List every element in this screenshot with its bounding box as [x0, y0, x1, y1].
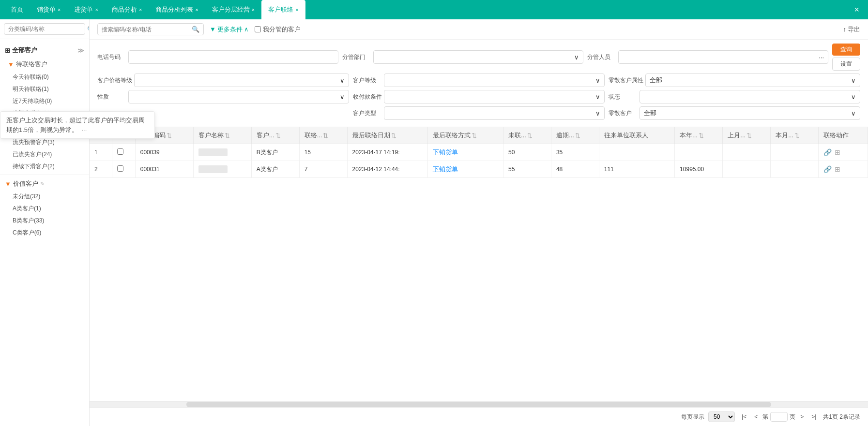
row2-overdue: 48 [551, 161, 599, 178]
gender-select[interactable]: ∨ [128, 90, 349, 103]
sidebar-lost-customers[interactable]: 已流失客户(24) [0, 148, 89, 161]
edit-icon[interactable]: ✎ [40, 181, 45, 187]
dropdown-icon: ∨ [574, 54, 579, 61]
next-page-btn[interactable]: > [797, 412, 807, 421]
sort-date-icon[interactable]: ⇅ [391, 132, 396, 139]
row2-code: 000031 [135, 161, 193, 178]
filter-search-input[interactable] [102, 26, 192, 33]
first-page-btn[interactable]: |< [739, 412, 749, 421]
dept-select[interactable]: ∨ [373, 50, 583, 64]
more-conditions-btn[interactable]: ▼ 更多条件 ∧ [210, 25, 249, 34]
last-page-btn[interactable]: >| [808, 412, 819, 421]
row2-grid-icon[interactable]: ⊞ [835, 165, 840, 173]
customer-level-select[interactable]: ∨ [384, 73, 605, 87]
sort-contact-icon[interactable]: ⇅ [323, 132, 328, 139]
table-area: ⚙ 客户编码 ⇅ 客户名称 [90, 127, 868, 401]
sidebar-value-customers-group[interactable]: ▼ 价值客户 ✎ [0, 177, 89, 191]
sort-overdue-icon[interactable]: ⇅ [575, 132, 580, 139]
export-button[interactable]: ↑ 导出 [843, 25, 861, 34]
row2-type: A类客户 [251, 161, 299, 178]
sidebar-a-customers[interactable]: A类客户(1) [0, 203, 89, 215]
scroll-thumb[interactable] [186, 402, 771, 407]
sidebar-search-input[interactable] [4, 23, 85, 35]
row2-method-link[interactable]: 下销货单 [433, 165, 458, 173]
row2-index: 2 [90, 161, 112, 178]
sidebar-content: ⊞ 全部客户 ≫ ▼ 待联络客户 今天待联络(0) 明天待联络(1) 近7天待联… [0, 39, 89, 426]
content-area: 🔍 ▼ 更多条件 ∧ 我分管的客户 ↑ 导出 电话号码 [90, 19, 868, 426]
row1-select-checkbox[interactable] [117, 148, 123, 155]
page-number-input[interactable]: 1 [770, 412, 788, 422]
col-uncontacted: 未联... ⇅ [503, 127, 551, 144]
sidebar-divider-2 [0, 175, 89, 175]
row1-last-contact-date: 2023-04-17 14:19: [347, 144, 427, 161]
row2-contacts: 111 [599, 161, 674, 178]
my-customers-checkbox-label[interactable]: 我分管的客户 [255, 25, 301, 34]
filter-manager: 分管人员 ··· [587, 50, 828, 64]
filter-retail-customer: 零散客户 全部 ∨ [609, 106, 860, 120]
nav-product-analysis[interactable]: 商品分析 × [105, 0, 149, 19]
nav-customer-contact[interactable]: 客户联络 × [261, 0, 305, 19]
sort-lastm-icon[interactable]: ⇅ [746, 132, 752, 139]
row1-overdue: 35 [551, 144, 599, 161]
retail-attr-select[interactable]: 全部 ∨ [645, 73, 860, 87]
per-page-select[interactable]: 50 100 200 [708, 411, 735, 422]
row1-this-year [675, 144, 723, 161]
export-icon: ↑ [843, 26, 847, 33]
setting-button[interactable]: 设置 [832, 58, 860, 71]
my-customers-checkbox[interactable] [255, 26, 261, 32]
sidebar-declining-customers[interactable]: 持续下滑客户(2) [0, 161, 89, 173]
value-arrow-icon: ▼ [5, 180, 11, 188]
sort-year-icon[interactable]: ⇅ [699, 132, 704, 139]
filter-price-level: 客户价格等级 ∨ [97, 73, 349, 87]
nav-customer-tiering[interactable]: 客户分层经营 × [205, 0, 261, 19]
nav-home[interactable]: 首页 [4, 0, 30, 19]
sidebar-collapse-icon[interactable]: ≫ [77, 47, 84, 54]
sidebar-b-customers[interactable]: B类客户(33) [0, 215, 89, 227]
filter-row-1: 电话号码 分管部门 ∨ 分管人员 ··· [97, 44, 860, 71]
col-name: 客户名称 ⇅ [193, 127, 251, 144]
sort-unc-icon[interactable]: ⇅ [527, 132, 533, 139]
price-level-select[interactable]: ∨ [134, 73, 349, 87]
window-close-button[interactable]: × [849, 5, 864, 15]
sidebar-c-customers[interactable]: C类客户(6) [0, 227, 89, 239]
retail-customer-select[interactable]: 全部 ∨ [640, 106, 860, 120]
sort-icon[interactable]: ⇅ [167, 132, 172, 139]
sidebar-today-pending[interactable]: 今天待联络(0) [0, 71, 89, 83]
nav-product-analysis-list[interactable]: 商品分析列表 × [149, 0, 205, 19]
ctype-select[interactable]: ∨ [384, 106, 605, 120]
sort-thism-icon[interactable]: ⇅ [794, 132, 800, 139]
row1-actions: 🔗 ⊞ [819, 144, 868, 161]
sidebar-tomorrow-pending[interactable]: 明天待联络(1) [0, 83, 89, 95]
col-contact-count: 联络... ⇅ [299, 127, 347, 144]
query-button[interactable]: 查询 [832, 44, 860, 56]
status-select[interactable]: ∨ [640, 90, 860, 103]
horizontal-scrollbar[interactable] [90, 401, 868, 407]
sidebar: 🔍 ⊞ 全部客户 ≫ ▼ 待联络客户 今天待联络(0) 明天待联络(1) 近7天… [0, 19, 90, 426]
row2-select-checkbox[interactable] [117, 165, 123, 172]
filter-search-icon[interactable]: 🔍 [192, 26, 199, 33]
nav-sales[interactable]: 销货单 × [30, 0, 67, 19]
sidebar-pending-contact-group[interactable]: ▼ 待联络客户 [0, 58, 89, 71]
manager-select[interactable]: ··· [618, 50, 828, 64]
nav-purchase[interactable]: 进货单 × [67, 0, 105, 19]
sort-type-icon[interactable]: ⇅ [275, 132, 281, 139]
sort-name-icon[interactable]: ⇅ [225, 132, 230, 139]
row2-link-icon[interactable]: 🔗 [823, 165, 832, 173]
sidebar-unclassified[interactable]: 未分组(32) [0, 191, 89, 203]
filter-ctype: 客户类型 ∨ [353, 106, 605, 120]
manager-dropdown-icon: ··· [819, 54, 824, 61]
filter-gender: 性质 ∨ [97, 90, 349, 103]
row1-grid-icon[interactable]: ⊞ [835, 148, 840, 156]
prev-page-btn[interactable]: < [751, 412, 761, 421]
row1-method-link[interactable]: 下销货单 [433, 148, 458, 156]
phone-input[interactable] [128, 50, 338, 64]
col-actions: 联络动作 [819, 127, 868, 144]
sort-method-icon[interactable]: ⇅ [472, 132, 477, 139]
filter-row-4: ··· 客户类型 ∨ 零散客户 全部 ∨ [97, 106, 860, 120]
sidebar-all-customers[interactable]: ⊞ 全部客户 ≫ [0, 43, 89, 58]
sidebar-search-row: 🔍 [0, 19, 89, 39]
payment-select[interactable]: ∨ [384, 90, 605, 103]
col-overdue: 逾期... ⇅ [551, 127, 599, 144]
row1-link-icon[interactable]: 🔗 [823, 148, 832, 156]
sidebar-7day-pending[interactable]: 近7天待联络(0) [0, 95, 89, 107]
